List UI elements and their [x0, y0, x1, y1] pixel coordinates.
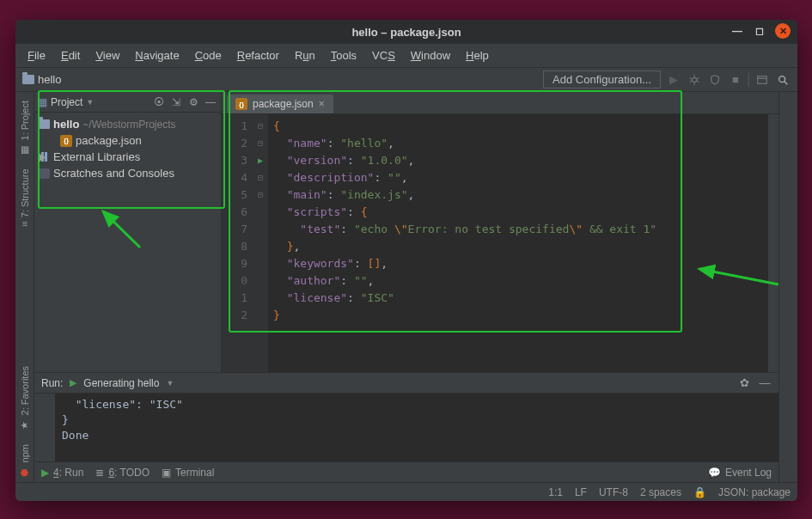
editor-tabbar: {} package.json × [222, 92, 778, 114]
project-tool-window: ▦ Project ▼ ⦿ ⇲ ⚙ — ▼ hello ~/WebstormPr… [34, 92, 222, 372]
svg-point-9 [779, 76, 785, 82]
tree-scratches-label: Scratches and Consoles [53, 167, 174, 180]
run-task-name: Generating hello [83, 377, 159, 389]
tree-root[interactable]: ▼ hello ~/WebstormProjects [34, 116, 221, 132]
tab-favorites[interactable]: ★2: Favorites [18, 361, 31, 435]
run-gutter [34, 394, 55, 461]
menu-navigate[interactable]: Navigate [128, 46, 186, 64]
menu-code[interactable]: Code [188, 46, 229, 64]
gutter-marks: ⊟ ⊟▶⊟ ⊟ [253, 114, 268, 372]
svg-line-3 [690, 77, 692, 79]
svg-point-0 [692, 77, 696, 82]
main-area: ▦1: Project ≡7: Structure ★2: Favorites … [15, 92, 797, 482]
tree-file-label: package.json [76, 134, 142, 147]
project-tree[interactable]: ▼ hello ~/WebstormProjects {} package.js… [34, 113, 221, 185]
svg-line-5 [690, 80, 692, 82]
line-gutter: 123 456 789 012 [222, 114, 253, 372]
tree-root-path: ~/WebstormProjects [82, 119, 175, 131]
status-indent[interactable]: 2 spaces [640, 486, 681, 498]
breadcrumb-label: hello [38, 73, 61, 86]
close-button[interactable]: ✕ [775, 23, 791, 39]
add-configuration-button[interactable]: Add Configuration... [543, 70, 661, 89]
tab-npm[interactable]: ⬢npm [18, 439, 31, 482]
status-caret-pos[interactable]: 1:1 [548, 486, 563, 498]
project-tool-header: ▦ Project ▼ ⦿ ⇲ ⚙ — [34, 92, 221, 113]
maximize-button[interactable]: ◻ [753, 24, 766, 38]
menu-edit[interactable]: Edit [54, 46, 87, 64]
run-console[interactable]: "license": "ISC" } Done [55, 394, 778, 461]
locate-icon[interactable]: ⦿ [152, 95, 166, 109]
menu-vcs[interactable]: VCS [365, 46, 402, 64]
status-line-ending[interactable]: LF [575, 486, 587, 498]
svg-rect-7 [758, 76, 767, 83]
library-icon [38, 152, 50, 162]
bottom-tool-tabs: ▶ 4: Run ≣ 6: TODO ▣ Terminal 💬 Event Lo… [34, 461, 778, 482]
titlebar: hello – package.json ― ◻ ✕ [15, 20, 797, 44]
folder-icon [38, 119, 50, 129]
editor-tab-label: package.json [253, 98, 314, 110]
svg-line-4 [698, 80, 699, 82]
window-controls: ― ◻ ✕ [730, 23, 791, 39]
folder-icon [22, 75, 34, 84]
menu-help[interactable]: Help [459, 46, 496, 64]
run-play-icon: ▶ [70, 377, 76, 388]
menu-window[interactable]: Window [404, 46, 457, 64]
status-language[interactable]: JSON: package [718, 486, 791, 498]
svg-line-6 [698, 77, 699, 79]
right-tool-tabs [778, 92, 797, 482]
json-icon: {} [235, 98, 247, 110]
left-tool-tabs: ▦1: Project ≡7: Structure ★2: Favorites … [15, 92, 34, 482]
coverage-button[interactable] [707, 72, 723, 88]
run-tool-header: Run: ▶ Generating hello ▼ ✿ — [34, 373, 778, 394]
debug-button[interactable] [687, 72, 702, 88]
window-title: hello – package.json [351, 26, 461, 39]
run-tool-window: Run: ▶ Generating hello ▼ ✿ — "license":… [34, 372, 778, 461]
ide-window: hello – package.json ― ◻ ✕ File Edit Vie… [15, 20, 797, 501]
hide-icon[interactable]: — [204, 95, 217, 109]
tree-root-name: hello [53, 118, 79, 131]
menu-file[interactable]: File [21, 46, 52, 64]
search-icon[interactable] [775, 72, 791, 88]
project-tool-title: Project [51, 96, 82, 108]
lock-icon[interactable]: 🔒 [693, 486, 706, 498]
update-project-icon[interactable] [754, 72, 770, 88]
tab-structure[interactable]: ≡7: Structure [19, 163, 31, 231]
tree-external-libraries-label: External Libraries [53, 150, 140, 163]
stop-button[interactable]: ■ [728, 72, 743, 88]
center-column: ▦ Project ▼ ⦿ ⇲ ⚙ — ▼ hello ~/WebstormPr… [34, 92, 778, 482]
run-label: Run: [41, 377, 63, 389]
run-gear-icon[interactable]: ✿ [737, 376, 751, 390]
tab-event-log[interactable]: 💬 Event Log [708, 467, 772, 479]
code-area[interactable]: { "name": "hello", "version": "1.0.0", "… [268, 114, 768, 372]
status-encoding[interactable]: UTF-8 [599, 486, 628, 498]
menu-refactor[interactable]: Refactor [230, 46, 286, 64]
breadcrumb[interactable]: hello [22, 73, 61, 86]
menubar: File Edit View Navigate Code Refactor Ru… [15, 44, 797, 68]
navbar: hello Add Configuration... ▶ ■ [15, 68, 797, 92]
tab-project[interactable]: ▦1: Project [18, 95, 31, 160]
tab-run[interactable]: ▶ 4: Run [41, 467, 83, 479]
menu-tools[interactable]: Tools [324, 46, 363, 64]
close-tab-icon[interactable]: × [319, 98, 325, 110]
tab-terminal[interactable]: ▣ Terminal [162, 467, 214, 479]
tree-scratches[interactable]: ▶ Scratches and Consoles [34, 165, 221, 181]
menu-view[interactable]: View [89, 46, 126, 64]
json-icon: {} [60, 135, 72, 147]
run-button[interactable]: ▶ [666, 72, 681, 88]
editor-tab-package-json[interactable]: {} package.json × [227, 95, 333, 113]
svg-line-10 [785, 81, 788, 84]
tab-todo[interactable]: ≣ 6: TODO [95, 467, 150, 479]
minimize-button[interactable]: ― [730, 24, 744, 38]
scratch-icon [38, 168, 50, 179]
run-output[interactable]: "license": "ISC" } Done [34, 394, 778, 461]
code-editor[interactable]: 123 456 789 012 ⊟ ⊟▶⊟ ⊟ { "name": "hello… [222, 114, 778, 372]
collapse-icon[interactable]: ⇲ [169, 95, 183, 109]
tree-external-libraries[interactable]: ▶ External Libraries [34, 149, 221, 165]
menu-run[interactable]: Run [288, 46, 322, 64]
tree-file-package-json[interactable]: {} package.json [34, 132, 221, 149]
status-bar: 1:1 LF UTF-8 2 spaces 🔒 JSON: package [15, 482, 797, 501]
gear-icon[interactable]: ⚙ [186, 95, 200, 109]
editor-scrollbar[interactable] [768, 114, 778, 372]
work-split: ▦ Project ▼ ⦿ ⇲ ⚙ — ▼ hello ~/WebstormPr… [34, 92, 778, 372]
run-hide-icon[interactable]: — [758, 376, 772, 390]
